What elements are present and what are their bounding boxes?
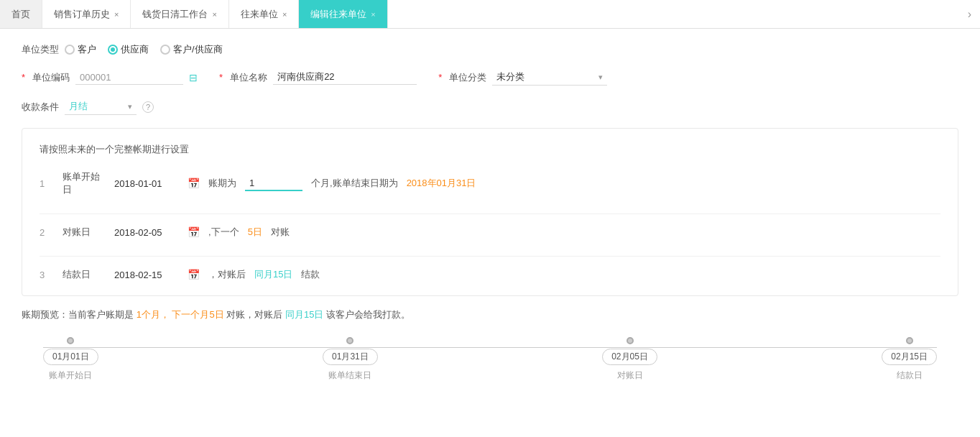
payment-terms-row: 收款条件 月结 ▾ ? <box>22 98 958 115</box>
period-prefix-2: ,下一个 <box>208 226 239 239</box>
payment-terms-dropdown[interactable]: 月结 ▾ <box>65 98 137 115</box>
timeline-label-2: 01月31日 <box>323 349 378 365</box>
tab-partner[interactable]: 往来单位 × <box>229 0 299 28</box>
unit-category-field: * 单位分类 未分类 ▾ <box>438 69 607 86</box>
period-months-input[interactable] <box>245 176 302 191</box>
preview-middle: 对账，对账后 <box>226 309 282 320</box>
radio-supplier[interactable]: 供应商 <box>108 43 149 56</box>
unit-code-star: * <box>22 72 25 83</box>
timeline-dot-4 <box>906 337 913 344</box>
period-cal-icon-2[interactable]: 📅 <box>188 226 200 238</box>
payment-terms-arrow-icon: ▾ <box>128 102 132 111</box>
period-num-1: 1 <box>40 178 54 189</box>
preview-part2: 下一个月5日 <box>172 309 223 320</box>
timeline-desc-2: 账单结束日 <box>328 369 371 382</box>
period-suffix-before-1: 账期为 <box>208 177 236 190</box>
unit-category-value: 未分类 <box>496 70 596 83</box>
radio-supplier-label: 供应商 <box>121 43 149 56</box>
payment-terms-help-icon[interactable]: ? <box>142 101 154 113</box>
radio-group-unit-type: 客户 供应商 客户/供应商 <box>65 43 223 56</box>
payment-terms-label: 收款条件 <box>22 101 59 114</box>
timeline-desc-3: 对账日 <box>617 369 643 382</box>
timeline-node-3: 02月05日 对账日 <box>602 337 657 382</box>
period-suffix-3: 结款 <box>301 268 320 281</box>
main-content: 单位类型 客户 供应商 客户/供应商 * 单位编码 <box>0 29 980 437</box>
period-date-2: 2018-02-05 <box>114 227 179 238</box>
timeline-label-3: 02月05日 <box>602 349 657 365</box>
unit-category-star: * <box>438 72 442 83</box>
unit-category-dropdown[interactable]: 未分类 ▾ <box>492 69 607 86</box>
period-highlight-2: 5日 <box>248 226 262 239</box>
tab-sales-history-label: 销售订单历史 <box>54 8 110 21</box>
tab-cash-work-label: 钱货日清工作台 <box>142 8 208 21</box>
period-suffix-2: 对账 <box>271 226 290 239</box>
unit-type-label: 单位类型 <box>22 43 59 56</box>
timeline-node-4: 02月15日 结款日 <box>882 337 937 382</box>
timeline-label-4: 02月15日 <box>882 349 937 365</box>
period-date-1: 2018-01-01 <box>114 178 179 189</box>
period-card: 请按照未来的一个完整帐期进行设置 1 账单开始日 2018-01-01 📅 账期… <box>22 128 958 296</box>
timeline-dot-2 <box>346 337 353 344</box>
unit-type-row: 单位类型 客户 供应商 客户/供应商 <box>22 43 958 56</box>
unit-category-label: 单位分类 <box>449 71 486 84</box>
tab-home-label: 首页 <box>11 8 30 21</box>
payment-terms-value: 月结 <box>69 100 125 113</box>
timeline-dot-1 <box>67 337 74 344</box>
tab-home[interactable]: 首页 <box>0 0 42 28</box>
period-cal-icon-1[interactable]: 📅 <box>188 178 200 189</box>
period-highlight-3: 同月15日 <box>254 268 292 281</box>
radio-customer-label: 客户 <box>78 43 96 56</box>
period-cal-icon-3[interactable]: 📅 <box>188 269 200 280</box>
timeline-container: 01月01日 账单开始日 01月31日 账单结束日 02月05日 对账日 02月… <box>22 337 958 410</box>
period-label-1: 账单开始日 <box>63 170 106 196</box>
unit-code-input[interactable] <box>75 70 183 85</box>
period-row-1: 1 账单开始日 2018-01-01 📅 账期为 个月,账单结束日期为 2018… <box>40 170 940 196</box>
tab-more-button[interactable]: › <box>959 8 980 21</box>
preview-part1: 1个月， <box>137 309 170 320</box>
unit-name-input[interactable] <box>273 70 417 85</box>
tab-edit-partner-label: 编辑往来单位 <box>310 8 366 21</box>
period-num-2: 2 <box>40 227 54 238</box>
unit-code-field: * 单位编码 ⊟ <box>22 70 198 85</box>
timeline-nodes: 01月01日 账单开始日 01月31日 账单结束日 02月05日 对账日 02月… <box>43 337 937 382</box>
timeline-label-1: 01月01日 <box>43 349 98 365</box>
period-card-title: 请按照未来的一个完整帐期进行设置 <box>40 143 940 156</box>
period-suffix-after-1: 个月,账单结束日期为 <box>311 177 398 190</box>
unit-code-label: 单位编码 <box>32 71 70 84</box>
tab-partner-label: 往来单位 <box>241 8 278 21</box>
timeline-desc-1: 账单开始日 <box>49 369 92 382</box>
preview-suffix: 该客户会给我打款。 <box>326 309 410 320</box>
tab-edit-partner-close[interactable]: × <box>371 10 375 19</box>
tab-cash-work[interactable]: 钱货日清工作台 × <box>131 0 228 28</box>
radio-both[interactable]: 客户/供应商 <box>160 43 223 56</box>
period-num-3: 3 <box>40 270 54 280</box>
radio-customer-circle <box>65 45 75 55</box>
period-label-2: 对账日 <box>63 226 106 239</box>
timeline-dot-3 <box>627 337 634 344</box>
period-date-3: 2018-02-15 <box>114 270 179 280</box>
tab-bar: 首页 销售订单历史 × 钱货日清工作台 × 往来单位 × 编辑往来单位 × › <box>0 0 980 29</box>
radio-customer[interactable]: 客户 <box>65 43 96 56</box>
tab-cash-work-close[interactable]: × <box>212 10 216 19</box>
tab-sales-history[interactable]: 销售订单历史 × <box>42 0 131 28</box>
unit-code-copy-icon[interactable]: ⊟ <box>189 72 198 83</box>
unit-name-field: * 单位名称 <box>219 70 417 85</box>
period-row-3: 3 结款日 2018-02-15 📅 ，对账后 同月15日 结款 <box>40 268 940 281</box>
unit-category-arrow-icon: ▾ <box>598 73 603 82</box>
tab-partner-close[interactable]: × <box>282 10 287 19</box>
tab-edit-partner[interactable]: 编辑往来单位 × <box>299 0 387 28</box>
timeline-node-1: 01月01日 账单开始日 <box>43 337 98 382</box>
radio-supplier-circle <box>108 45 118 55</box>
unit-name-star: * <box>219 72 223 83</box>
timeline-desc-4: 结款日 <box>897 369 923 382</box>
period-prefix-3: ，对账后 <box>208 268 246 281</box>
period-label-3: 结款日 <box>63 268 106 281</box>
period-row-2: 2 对账日 2018-02-05 📅 ,下一个 5日 对账 <box>40 226 940 239</box>
tab-sales-history-close[interactable]: × <box>114 10 119 19</box>
timeline-node-2: 01月31日 账单结束日 <box>323 337 378 382</box>
payment-terms-field: 收款条件 月结 ▾ ? <box>22 98 154 115</box>
preview-section: 账期预览：当前客户账期是 1个月， 下一个月5日 对账，对账后 同月15日 该客… <box>22 308 958 323</box>
unit-name-label: 单位名称 <box>230 71 267 84</box>
period-end-date-highlight: 2018年01月31日 <box>407 177 476 190</box>
radio-both-circle <box>160 45 170 55</box>
